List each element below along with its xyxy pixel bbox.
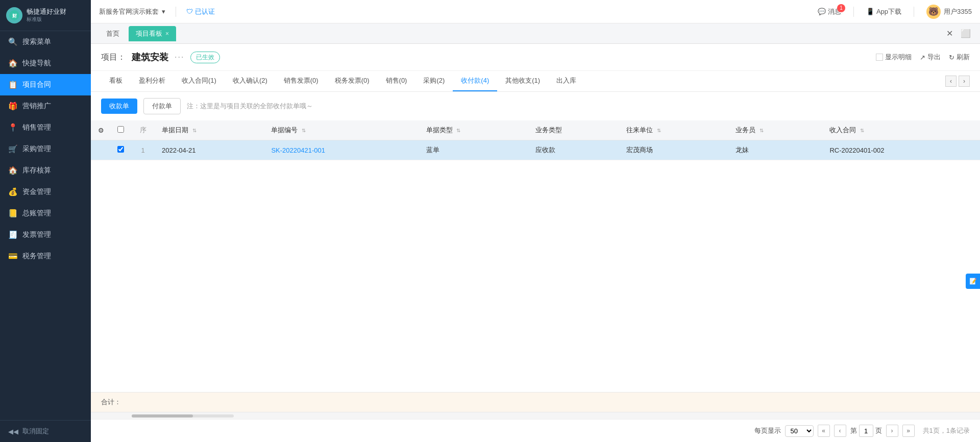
side-note-panel[interactable]: 📝 (966, 274, 980, 289)
subtab-prev-button[interactable]: ‹ (945, 76, 957, 87)
marketing-icon: 🎁 (8, 102, 17, 111)
subtab-sales[interactable]: 销售(0) (378, 71, 415, 91)
sidebar-item-inventory[interactable]: 🏠 库存核算 (0, 160, 91, 181)
subtab-income-confirm[interactable]: 收入确认(2) (225, 71, 276, 91)
receipt-tab-button[interactable]: 收款单 (101, 99, 137, 114)
avatar: 🐻 (926, 5, 941, 19)
ledger-icon: 📒 (8, 209, 17, 218)
search-icon: 🔍 (8, 37, 17, 46)
subtab-receipt[interactable]: 收付款(4) (453, 71, 497, 91)
sidebar-item-marketing[interactable]: 🎁 营销推广 (0, 95, 91, 117)
sidebar-item-label: 资金管理 (22, 187, 51, 197)
refresh-button[interactable]: ↻ 刷新 (949, 53, 970, 62)
date-label: 单据日期 (162, 126, 188, 134)
partner-header[interactable]: 往来单位 ⇅ (620, 120, 729, 140)
page-input[interactable] (859, 425, 873, 437)
subtab-sales-invoice[interactable]: 销售发票(0) (276, 71, 327, 91)
type-label: 单据类型 (426, 126, 453, 134)
page-label: 第 (850, 426, 857, 435)
app-name: 畅捷通好业财 (27, 8, 66, 16)
sidebar-item-quick-nav[interactable]: 🏠 快捷导航 (0, 53, 91, 74)
message-icon: 💬 (818, 8, 826, 15)
table-container[interactable]: ⚙ 序 单据日期 ⇅ 单据编号 ⇅ (91, 120, 980, 392)
subtab-purchase[interactable]: 采购(2) (415, 71, 453, 91)
row-salesman: 龙妹 (729, 140, 823, 160)
row-checkbox-cell[interactable] (111, 140, 130, 160)
data-table: ⚙ 序 单据日期 ⇅ 单据编号 ⇅ (91, 120, 980, 160)
app-download-button[interactable]: 📱 App下载 (866, 7, 901, 16)
sidebar-item-invoice[interactable]: 🧾 发票管理 (0, 224, 91, 245)
row-select-checkbox[interactable] (117, 146, 124, 153)
tab-project-kanban[interactable]: 项目看板 × (129, 26, 176, 41)
subtab-income-contract[interactable]: 收入合同(1) (174, 71, 225, 91)
subtabs-bar: 看板盈利分析收入合同(1)收入确认(2)销售发票(0)税务发票(0)销售(0)采… (91, 71, 980, 92)
sidebar-item-project-contract[interactable]: 📋 项目合同 (0, 74, 91, 95)
select-all-checkbox[interactable] (117, 126, 124, 133)
certified-badge: 🛡 已认证 (186, 7, 215, 16)
subtab-kanban[interactable]: 看板 (101, 71, 131, 91)
tab-label: 项目看板 (136, 29, 162, 38)
topbar-divider2 (853, 7, 854, 17)
row-type: 蓝单 (420, 140, 529, 160)
table-body: 1 2022-04-21 SK-20220421-001 蓝单 应收款 宏茂商场… (91, 140, 980, 160)
payment-tab-button[interactable]: 付款单 (143, 98, 181, 114)
horizontal-scrollbar[interactable] (91, 412, 980, 419)
message-button[interactable]: 💬 消息 1 (818, 7, 841, 16)
select-all-header[interactable] (111, 120, 130, 140)
per-page-select[interactable]: 50 20 100 (785, 425, 814, 437)
sidebar-item-sales[interactable]: 📍 销售管理 (0, 117, 91, 138)
close-window-button[interactable]: ✕ (943, 28, 955, 40)
sidebar-item-tax[interactable]: 💳 税务管理 (0, 245, 91, 267)
tab-home[interactable]: 首页 (99, 26, 127, 41)
project-more-button[interactable]: ··· (175, 53, 184, 62)
scrollbar-thumb[interactable] (132, 414, 193, 418)
code-header[interactable]: 单据编号 ⇅ (265, 120, 420, 140)
sidebar-item-finance[interactable]: 💰 资金管理 (0, 181, 91, 203)
next-page-button[interactable]: › (886, 425, 898, 437)
tab-close-icon[interactable]: × (165, 30, 169, 37)
subtab-in-out[interactable]: 出入库 (548, 71, 584, 91)
salesman-sort-icon: ⇅ (760, 128, 764, 133)
first-page-button[interactable]: « (818, 425, 830, 437)
income-contract-header[interactable]: 收入合同 ⇅ (823, 120, 980, 140)
type-header[interactable]: 单据类型 ⇅ (420, 120, 529, 140)
document-link[interactable]: SK-20220421-001 (271, 146, 325, 154)
table-wrapper: ⚙ 序 单据日期 ⇅ 单据编号 ⇅ (91, 120, 980, 442)
type-sort-icon: ⇅ (456, 128, 460, 133)
account-selector[interactable]: 新服务官网演示账套 ▾ (99, 7, 165, 16)
subtab-other-expense[interactable]: 其他收支(1) (497, 71, 548, 91)
prev-page-button[interactable]: ‹ (834, 425, 846, 437)
show-detail-checkbox[interactable] (876, 54, 883, 61)
maximize-window-button[interactable]: ⬜ (960, 28, 972, 40)
finance-icon: 💰 (8, 187, 17, 197)
table-row[interactable]: 1 2022-04-21 SK-20220421-001 蓝单 应收款 宏茂商场… (91, 140, 980, 160)
partner-label: 往来单位 (626, 126, 653, 134)
topbar-divider (176, 7, 176, 17)
user-menu[interactable]: 🐻 用户3355 (926, 5, 972, 19)
sidebar-item-label: 项目合同 (22, 80, 51, 89)
salesman-header[interactable]: 业务员 ⇅ (729, 120, 823, 140)
last-page-button[interactable]: » (902, 425, 915, 437)
column-settings-header[interactable]: ⚙ (91, 120, 111, 140)
subtab-tax-invoice[interactable]: 税务发票(0) (327, 71, 378, 91)
subtab-profit[interactable]: 盈利分析 (131, 71, 174, 91)
sidebar-item-search[interactable]: 🔍 搜索菜单 (0, 31, 91, 53)
row-settings (91, 140, 111, 160)
scrollbar-track[interactable] (132, 414, 234, 418)
certified-label: 已认证 (195, 7, 215, 16)
row-code[interactable]: SK-20220421-001 (265, 140, 420, 160)
sidebar-item-ledger[interactable]: 📒 总账管理 (0, 203, 91, 224)
date-header[interactable]: 单据日期 ⇅ (156, 120, 265, 140)
row-biz-type: 应收款 (529, 140, 620, 160)
sidebar-item-label: 销售管理 (22, 123, 51, 132)
cancel-pin-button[interactable]: ◀◀ 取消固定 (0, 420, 91, 442)
salesman-label: 业务员 (736, 126, 755, 134)
sidebar-item-purchase[interactable]: 🛒 采购管理 (0, 138, 91, 160)
row-num: 1 (130, 140, 156, 160)
topbar-right: 💬 消息 1 📱 App下载 🐻 用户3355 (818, 5, 972, 19)
subtab-next-button[interactable]: › (959, 76, 970, 87)
purchase-icon: 🛒 (8, 144, 17, 154)
export-button[interactable]: ↗ 导出 (920, 53, 941, 62)
show-detail-toggle[interactable]: 显示明细 (876, 53, 912, 62)
subtab-nav: ‹ › (945, 76, 970, 87)
